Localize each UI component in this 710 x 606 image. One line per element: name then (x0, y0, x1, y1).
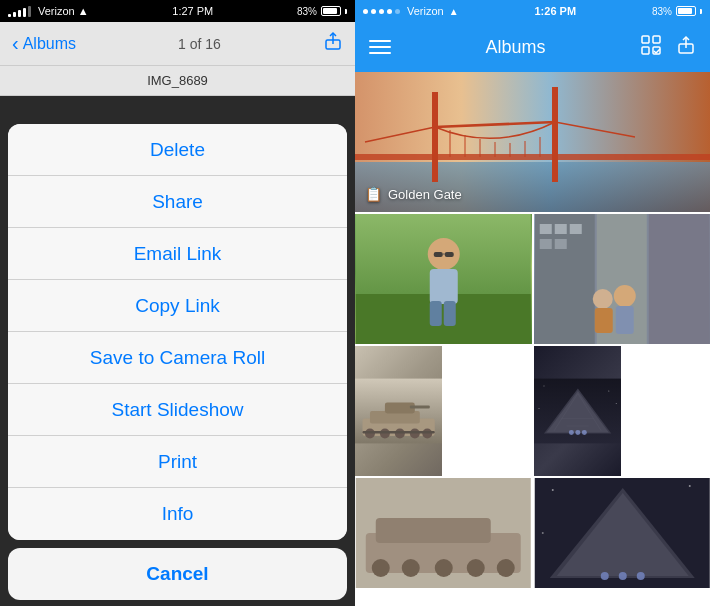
left-nav-bar: ‹ Albums 1 of 16 (0, 22, 355, 66)
person-svg (355, 214, 532, 344)
hamburger-line-2 (369, 46, 391, 48)
page-indicator: 1 of 16 (178, 36, 221, 52)
svg-point-84 (688, 485, 690, 487)
svg-point-62 (568, 430, 573, 435)
svg-point-50 (380, 428, 390, 438)
bottom-tank-cell[interactable] (355, 478, 532, 588)
right-nav-bar: Albums (355, 22, 710, 72)
share-icon (323, 31, 343, 51)
person-photo (355, 214, 532, 344)
svg-point-65 (543, 386, 544, 387)
left-panel: Verizon ▲ 1:27 PM 83% ‹ Albums 1 of 16 (0, 0, 355, 606)
battery-icon (321, 6, 341, 16)
dot3 (379, 9, 384, 14)
dot4 (387, 9, 392, 14)
svg-rect-25 (434, 252, 443, 257)
svg-point-51 (395, 428, 405, 438)
star-destroyer-photo (534, 346, 621, 476)
svg-point-66 (608, 391, 609, 392)
delete-button[interactable]: Delete (8, 124, 347, 176)
photo-name-bar: IMG_8689 (0, 66, 355, 96)
star-destroyer-cell[interactable] (534, 346, 711, 476)
left-status-bar: Verizon ▲ 1:27 PM 83% (0, 0, 355, 22)
svg-rect-21 (355, 154, 710, 160)
left-time: 1:27 PM (172, 5, 213, 17)
grid-row-3 (355, 346, 710, 476)
svg-rect-48 (410, 406, 430, 409)
svg-rect-36 (554, 224, 566, 234)
svg-rect-37 (569, 224, 581, 234)
multiselect-button[interactable] (640, 34, 662, 61)
multiselect-icon (640, 34, 662, 56)
battery-percent: 83% (297, 6, 317, 17)
svg-rect-35 (539, 224, 551, 234)
carrier-name: Verizon (38, 5, 75, 17)
action-sheet: Delete Share Email Link Copy Link Save t… (0, 124, 355, 606)
bar3 (18, 10, 21, 17)
star-destroyer-svg (534, 346, 621, 476)
couple-svg (534, 214, 711, 344)
right-nav-title: Albums (485, 37, 545, 58)
right-time: 1:26 PM (535, 5, 577, 17)
back-label: Albums (23, 35, 76, 53)
back-chevron: ‹ (12, 32, 19, 55)
svg-rect-28 (430, 269, 458, 304)
tank-svg (355, 346, 442, 476)
svg-point-52 (410, 428, 420, 438)
wifi-symbol: ▲ (78, 5, 89, 17)
right-share-button[interactable] (676, 35, 696, 60)
svg-point-64 (581, 430, 586, 435)
couple-cell[interactable] (534, 214, 711, 344)
start-slideshow-button[interactable]: Start Slideshow (8, 384, 347, 436)
dot1 (363, 9, 368, 14)
back-button[interactable]: ‹ Albums (12, 32, 76, 55)
svg-point-72 (372, 559, 390, 577)
right-battery-area: 83% (652, 6, 702, 17)
tank-photo (355, 346, 442, 476)
save-camera-roll-button[interactable]: Save to Camera Roll (8, 332, 347, 384)
share-action-button[interactable]: Share (8, 176, 347, 228)
svg-rect-26 (445, 252, 454, 257)
svg-rect-38 (539, 239, 551, 249)
cancel-button[interactable]: Cancel (8, 548, 347, 600)
right-carrier: Verizon (407, 5, 444, 17)
email-link-button[interactable]: Email Link (8, 228, 347, 280)
svg-point-74 (435, 559, 453, 577)
couple-photo (534, 214, 711, 344)
bar5 (28, 6, 31, 17)
right-signal-dots: Verizon ▲ (363, 5, 459, 17)
grid-row-4 (355, 478, 710, 588)
right-nav-actions (640, 34, 696, 61)
svg-point-76 (497, 559, 515, 577)
tank-cell[interactable] (355, 346, 532, 476)
svg-rect-41 (594, 308, 612, 333)
info-button[interactable]: Info (8, 488, 347, 540)
bottom-space-cell[interactable] (534, 478, 711, 588)
photo-filename: IMG_8689 (147, 73, 208, 88)
right-battery-percent: 83% (652, 6, 672, 17)
svg-point-80 (600, 572, 608, 580)
grid-row-1: 📋 Golden Gate (355, 72, 710, 212)
print-button[interactable]: Print (8, 436, 347, 488)
svg-point-49 (365, 428, 375, 438)
bar2 (13, 12, 16, 17)
action-sheet-group: Delete Share Email Link Copy Link Save t… (8, 124, 347, 540)
svg-point-68 (615, 403, 616, 404)
battery-tip (345, 9, 347, 14)
menu-button[interactable] (369, 40, 391, 54)
dot2 (371, 9, 376, 14)
right-battery-fill (678, 8, 692, 14)
bar1 (8, 14, 11, 17)
person-cell[interactable] (355, 214, 532, 344)
svg-rect-3 (642, 47, 649, 54)
photo-grid: 📋 Golden Gate (355, 72, 710, 606)
copy-link-button[interactable]: Copy Link (8, 280, 347, 332)
golden-gate-cell[interactable]: 📋 Golden Gate (355, 72, 710, 212)
hamburger-line-1 (369, 40, 391, 42)
svg-rect-39 (554, 239, 566, 249)
album-icon: 📋 (365, 186, 382, 202)
share-button[interactable] (323, 31, 343, 56)
right-battery-icon (676, 6, 696, 16)
svg-point-75 (467, 559, 485, 577)
dot5 (395, 9, 400, 14)
